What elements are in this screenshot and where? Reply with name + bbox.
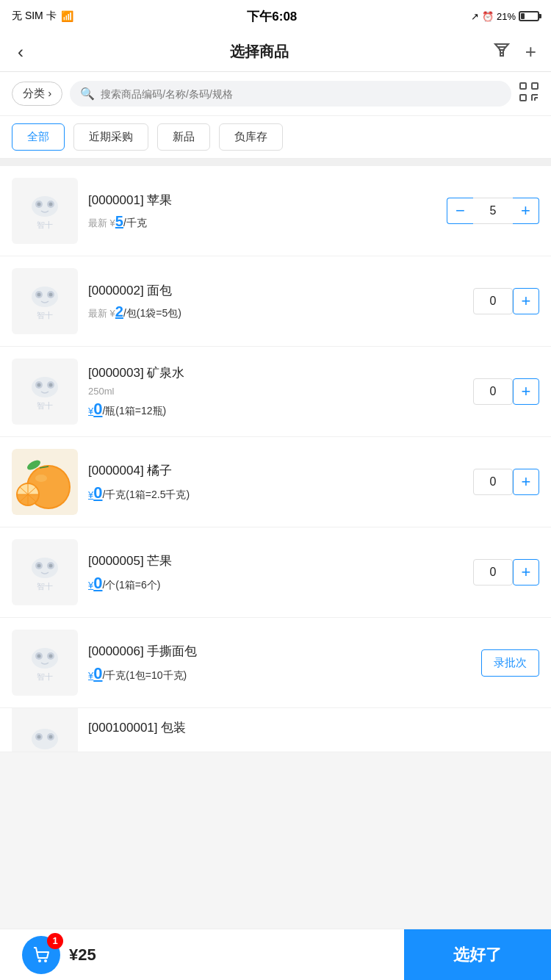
nav-actions: +	[493, 40, 536, 63]
product-name-p3: [0000003] 矿泉水	[88, 364, 463, 381]
product-info-p5: [0000005] 芒果 ¥0/个(1箱=6个)	[88, 552, 463, 593]
svg-point-15	[49, 202, 53, 206]
product-name-p4: [0000004] 橘子	[88, 462, 463, 479]
qty-input-p2[interactable]	[473, 288, 513, 314]
scan-icon[interactable]	[519, 82, 539, 107]
product-item-p6: 智十 [0000006] 手撕面包 ¥0/千克(1包=10千克) 录批次	[0, 618, 551, 708]
qty-plus-p5[interactable]: +	[513, 559, 539, 586]
cart-total: ¥25	[69, 945, 96, 965]
qty-input-p1[interactable]	[473, 198, 513, 224]
status-bar: 无 SIM 卡 📶 下午6:08 ↗ ⏰ 21%	[0, 0, 551, 32]
filter-icon[interactable]	[493, 41, 511, 63]
placeholder-logo-p5: 智十	[29, 553, 61, 592]
add-icon[interactable]: +	[525, 40, 536, 63]
category-button[interactable]: 分类 ›	[12, 82, 62, 106]
svg-point-42	[49, 563, 53, 567]
product-info-p1: [0000001] 苹果 最新 ¥5/千克	[88, 192, 436, 230]
qty-plus-p2[interactable]: +	[513, 288, 539, 314]
qty-input-p5[interactable]	[473, 559, 513, 586]
product-price-p2: 最新 ¥2/包(1袋=5包)	[88, 303, 463, 320]
product-name-p1: [0000001] 苹果	[88, 192, 436, 209]
cart-area: 1 ¥25	[0, 936, 404, 974]
qty-input-p4[interactable]	[473, 469, 513, 495]
qty-control-p3: +	[473, 378, 539, 405]
product-image-p5: 智十	[12, 539, 78, 605]
svg-point-21	[32, 377, 58, 397]
svg-point-43	[32, 648, 58, 669]
svg-point-52	[49, 735, 53, 738]
qty-control-p4: +	[473, 469, 539, 495]
product-name-p6: [0000006] 手撕面包	[88, 643, 471, 660]
bottom-bar: 1 ¥25 选好了	[0, 929, 551, 980]
cart-icon-button[interactable]: 1	[22, 936, 60, 974]
product-image-p3: 智十	[12, 359, 78, 425]
product-price-p1: 最新 ¥5/千克	[88, 213, 436, 230]
svg-point-46	[37, 654, 41, 657]
product-item-p7: [000100001] 包装	[0, 708, 551, 752]
product-name-p2: [0000002] 面包	[88, 282, 463, 299]
qty-minus-p1[interactable]: −	[447, 198, 473, 224]
product-info-p6: [0000006] 手撕面包 ¥0/千克(1包=10千克)	[88, 643, 471, 683]
product-list: 智十 [0000001] 苹果 最新 ¥5/千克 − +	[0, 166, 551, 752]
search-input[interactable]	[101, 88, 501, 100]
product-price-p5: ¥0/个(1箱=6个)	[88, 574, 463, 593]
svg-rect-5	[532, 83, 538, 89]
filter-bar: 分类 › 🔍	[0, 72, 551, 116]
qty-plus-p4[interactable]: +	[513, 469, 539, 495]
product-price-p3: ¥0/瓶(1箱=12瓶)	[88, 400, 463, 419]
battery-icon	[519, 11, 539, 21]
product-info-p2: [0000002] 面包 最新 ¥2/包(1袋=5包)	[88, 282, 463, 320]
svg-point-48	[32, 729, 58, 749]
tab-bar: 全部 近期采购 新品 负库存	[0, 116, 551, 159]
qty-control-p2: +	[473, 288, 539, 314]
product-spec-p3: 250ml	[88, 386, 463, 397]
location-icon: ↗	[471, 11, 479, 22]
product-info-p4: [0000004] 橘子 ¥0/千克(1箱=2.5千克)	[88, 462, 463, 502]
product-info-p3: [0000003] 矿泉水 250ml ¥0/瓶(1箱=12瓶)	[88, 364, 463, 419]
qty-control-p1: − +	[447, 198, 539, 224]
confirm-button[interactable]: 选好了	[404, 929, 551, 981]
product-item-p4: [0000004] 橘子 ¥0/千克(1箱=2.5千克) +	[0, 437, 551, 527]
product-image-p2: 智十	[12, 268, 78, 334]
product-item-p1: 智十 [0000001] 苹果 最新 ¥5/千克 − +	[0, 166, 551, 256]
placeholder-logo: 智十	[29, 192, 61, 231]
svg-point-24	[37, 383, 41, 386]
product-item-p3: 智十 [0000003] 矿泉水 250ml ¥0/瓶(1箱=12瓶) +	[0, 347, 551, 437]
svg-point-54	[44, 959, 47, 962]
product-price-p4: ¥0/千克(1箱=2.5千克)	[88, 483, 463, 502]
qty-input-p3[interactable]	[473, 378, 513, 405]
cart-badge: 1	[47, 933, 63, 949]
search-icon: 🔍	[80, 87, 95, 101]
svg-rect-6	[520, 95, 526, 101]
cart-icon	[31, 945, 51, 965]
tab-recent[interactable]: 近期采购	[73, 123, 148, 151]
product-name-p5: [0000005] 芒果	[88, 552, 463, 569]
page-title: 选择商品	[230, 42, 289, 62]
status-right: ↗ ⏰ 21%	[471, 11, 539, 22]
divider	[0, 159, 551, 166]
svg-point-16	[32, 287, 58, 307]
product-item-p2: 智十 [0000002] 面包 最新 ¥2/包(1袋=5包) +	[0, 256, 551, 347]
qty-plus-p1[interactable]: +	[513, 198, 539, 224]
tab-all[interactable]: 全部	[12, 123, 65, 151]
back-button[interactable]: ‹	[15, 39, 26, 65]
svg-point-38	[32, 558, 58, 578]
alarm-icon: ⏰	[482, 11, 494, 22]
product-image-p4	[12, 449, 78, 515]
tab-new[interactable]: 新品	[157, 123, 210, 151]
svg-point-14	[37, 202, 41, 206]
tab-negative[interactable]: 负库存	[219, 123, 283, 151]
svg-point-11	[32, 196, 58, 217]
svg-rect-4	[520, 83, 526, 89]
svg-point-25	[49, 383, 53, 386]
svg-point-51	[37, 735, 41, 738]
battery-percent: 21%	[497, 11, 516, 22]
qty-control-p5: +	[473, 559, 539, 586]
batch-button-p6[interactable]: 录批次	[481, 649, 539, 677]
product-image-p1: 智十	[12, 178, 78, 244]
orange-svg	[12, 449, 78, 515]
svg-point-53	[38, 959, 41, 962]
product-info-p7: [000100001] 包装	[88, 719, 539, 741]
nav-bar: ‹ 选择商品 +	[0, 32, 551, 72]
qty-plus-p3[interactable]: +	[513, 378, 539, 405]
